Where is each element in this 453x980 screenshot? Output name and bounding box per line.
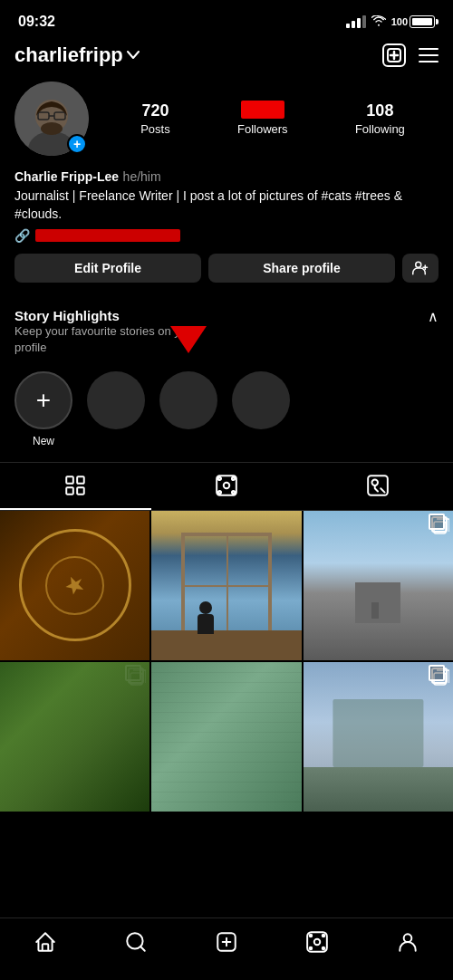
highlight-circle-2 bbox=[159, 371, 217, 429]
svg-rect-16 bbox=[77, 487, 84, 495]
add-person-button[interactable] bbox=[402, 254, 439, 283]
highlights-row: + New bbox=[14, 371, 439, 455]
tagged-icon bbox=[366, 474, 390, 497]
status-time: 09:32 bbox=[18, 14, 55, 30]
posts-stat[interactable]: 720 Posts bbox=[140, 101, 170, 137]
grid-item[interactable] bbox=[151, 511, 301, 660]
content-tabs bbox=[0, 462, 453, 511]
profile-nav-icon bbox=[396, 930, 419, 954]
nav-search[interactable] bbox=[114, 926, 158, 958]
posts-label: Posts bbox=[140, 122, 170, 136]
profile-section: + 720 Posts Followers 108 Following Char… bbox=[0, 74, 453, 308]
nav-icons bbox=[382, 43, 439, 67]
svg-point-9 bbox=[41, 122, 63, 135]
home-icon bbox=[34, 930, 57, 954]
signal-icon bbox=[346, 15, 366, 28]
highlight-item-2[interactable] bbox=[159, 371, 217, 447]
avatar-container[interactable]: + bbox=[14, 82, 89, 156]
link-icon: 🔗 bbox=[14, 228, 30, 243]
pronouns: he/him bbox=[123, 169, 161, 184]
followers-label: Followers bbox=[237, 122, 288, 136]
following-label: Following bbox=[355, 122, 405, 136]
svg-rect-27 bbox=[434, 673, 446, 685]
svg-rect-14 bbox=[77, 476, 84, 484]
svg-point-10 bbox=[416, 262, 421, 267]
new-post-button[interactable] bbox=[382, 43, 406, 67]
nav-reels[interactable] bbox=[295, 926, 339, 958]
highlights-header: Story Highlights Keep your favourite sto… bbox=[14, 308, 439, 367]
share-profile-button[interactable]: Share profile bbox=[208, 254, 395, 283]
svg-rect-13 bbox=[67, 476, 74, 484]
battery-indicator: 100 bbox=[391, 15, 435, 28]
bio-section: Charlie Fripp-Lee he/him Journalist | Fr… bbox=[14, 168, 439, 243]
add-story-badge[interactable]: + bbox=[67, 134, 87, 154]
nav-profile[interactable] bbox=[386, 926, 429, 958]
grid-icon bbox=[63, 474, 87, 497]
grid-item[interactable] bbox=[304, 511, 453, 660]
new-highlight-label: New bbox=[33, 435, 54, 447]
username-label: charliefripp bbox=[14, 43, 123, 67]
grid-item[interactable] bbox=[0, 511, 149, 660]
reels-nav-icon bbox=[305, 930, 329, 954]
highlight-item-3[interactable] bbox=[232, 371, 290, 447]
multi-image-badge bbox=[431, 668, 448, 684]
following-stat[interactable]: 108 Following bbox=[355, 101, 405, 137]
highlight-circle-1 bbox=[87, 371, 145, 429]
stats-container: 720 Posts Followers 108 Following bbox=[107, 101, 439, 137]
highlight-item-1[interactable] bbox=[87, 371, 145, 447]
svg-line-29 bbox=[140, 946, 145, 951]
new-highlight-button[interactable]: + New bbox=[14, 371, 72, 447]
username-container[interactable]: charliefripp bbox=[14, 43, 140, 67]
photo-grid bbox=[0, 511, 453, 812]
highlights-title: Story Highlights bbox=[14, 308, 232, 323]
chevron-down-icon[interactable] bbox=[127, 48, 140, 62]
tab-grid[interactable] bbox=[0, 463, 151, 510]
create-icon bbox=[215, 930, 238, 954]
multi-image-badge bbox=[431, 516, 448, 533]
new-highlight-circle: + bbox=[14, 371, 72, 429]
posts-count: 720 bbox=[140, 101, 170, 120]
svg-point-34 bbox=[314, 939, 321, 946]
grid-item[interactable] bbox=[304, 662, 453, 812]
svg-point-19 bbox=[218, 476, 221, 479]
search-icon bbox=[124, 930, 148, 954]
svg-point-22 bbox=[232, 491, 235, 494]
nav-home[interactable] bbox=[24, 926, 67, 958]
svg-point-36 bbox=[323, 935, 325, 937]
following-count: 108 bbox=[355, 101, 405, 120]
highlight-circle-3 bbox=[232, 371, 290, 429]
nav-create[interactable] bbox=[205, 926, 248, 958]
bottom-nav bbox=[0, 918, 453, 980]
svg-point-21 bbox=[218, 491, 221, 494]
followers-stat[interactable]: Followers bbox=[237, 101, 288, 137]
bio-link[interactable]: 🔗 bbox=[14, 228, 439, 243]
svg-point-39 bbox=[404, 934, 412, 942]
wifi-icon bbox=[371, 14, 386, 29]
highlights-collapse-button[interactable]: ∧ bbox=[428, 308, 439, 325]
svg-point-20 bbox=[232, 476, 235, 479]
profile-top: + 720 Posts Followers 108 Following bbox=[14, 82, 439, 156]
svg-rect-15 bbox=[67, 487, 74, 495]
tab-reels[interactable] bbox=[151, 463, 303, 510]
menu-button[interactable] bbox=[419, 48, 439, 62]
tab-tagged[interactable] bbox=[302, 463, 453, 510]
status-icons: 100 bbox=[346, 14, 435, 29]
top-nav: charliefripp bbox=[0, 40, 453, 74]
svg-point-37 bbox=[310, 947, 313, 950]
svg-point-35 bbox=[310, 935, 313, 937]
display-name: Charlie Fripp-Lee bbox=[14, 169, 119, 184]
svg-point-38 bbox=[323, 947, 325, 950]
bio-text: Journalist | Freelance Writer | I post a… bbox=[14, 187, 439, 223]
battery-level: 100 bbox=[391, 16, 408, 27]
link-placeholder bbox=[35, 229, 180, 242]
reels-icon bbox=[215, 474, 238, 497]
followers-count-placeholder bbox=[241, 101, 284, 119]
action-buttons: Edit Profile Share profile bbox=[14, 254, 439, 283]
grid-item[interactable] bbox=[151, 662, 301, 812]
highlights-section: Story Highlights Keep your favourite sto… bbox=[0, 308, 453, 461]
svg-point-18 bbox=[224, 482, 230, 488]
grid-item[interactable] bbox=[0, 662, 149, 812]
status-bar: 09:32 100 bbox=[0, 0, 453, 40]
edit-profile-button[interactable]: Edit Profile bbox=[14, 254, 201, 283]
svg-rect-25 bbox=[434, 522, 446, 533]
